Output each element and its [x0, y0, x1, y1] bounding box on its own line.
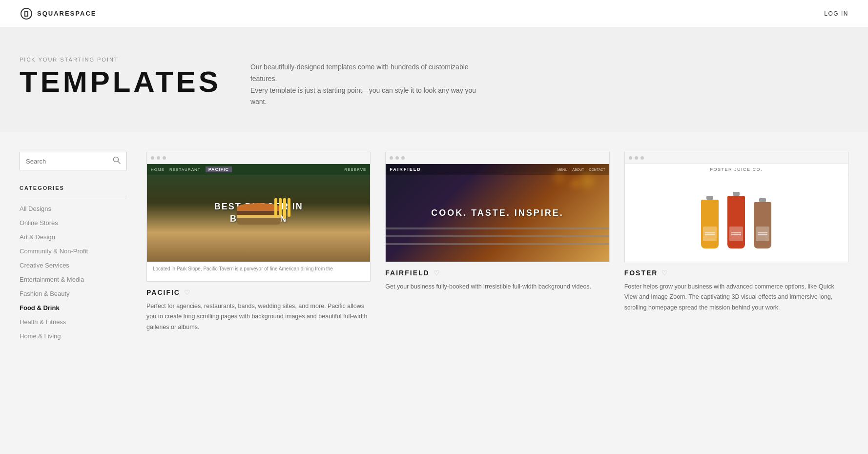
navbar: SQUARESPACE LOG IN	[0, 0, 868, 27]
hero-desc-text: Our beautifully-designed templates come …	[250, 62, 485, 108]
foster-name-row: FOSTER ♡	[624, 269, 848, 277]
pacific-name-row: PACIFIC ♡	[146, 289, 371, 296]
sidebar-item-health-fitness[interactable]: Health & Fitness	[20, 318, 127, 326]
template-preview-pacific[interactable]: HOME RESTAURANT PACIFIC RESERVE BEST BUR…	[146, 152, 371, 282]
bottle-1	[701, 196, 719, 248]
hero-description: Our beautifully-designed templates come …	[250, 57, 485, 108]
sidebar-item-entertainment[interactable]: Entertainment & Media	[20, 276, 127, 283]
template-preview-fairfield[interactable]: FAIRFIELD MENU ABOUT CONTACT	[385, 152, 609, 262]
fairfield-description: Get your business fully-booked with irre…	[385, 282, 609, 292]
sidebar-item-food-drink[interactable]: Food & Drink	[20, 304, 127, 311]
main-content: CATEGORIES All Designs Online Stores Art…	[0, 132, 868, 359]
hero-subtitle: PICK YOUR STARTING POINT	[20, 57, 221, 62]
categories-label: CATEGORIES	[20, 185, 127, 196]
preview-dot	[641, 156, 644, 160]
preview-dot	[395, 156, 399, 160]
preview-bar-pacific	[147, 152, 370, 164]
login-link[interactable]: LOG IN	[824, 10, 848, 17]
sidebar-item-online-stores[interactable]: Online Stores	[20, 219, 127, 227]
preview-bar-foster	[625, 152, 848, 164]
foster-description: Foster helps grow your business with adv…	[624, 282, 848, 313]
logo[interactable]: SQUARESPACE	[20, 7, 96, 21]
foster-image-area: FOSTER JUICE CO.	[625, 164, 848, 262]
pacific-preview-bottom: Located in Park Slope, Pacific Tavern is…	[147, 262, 370, 281]
preview-dot	[401, 156, 405, 160]
fairfield-name: FAIRFIELD	[385, 269, 429, 277]
pacific-heart-icon[interactable]: ♡	[184, 289, 190, 296]
foster-header-text: FOSTER JUICE CO.	[625, 164, 848, 175]
squarespace-logo-icon	[20, 7, 33, 21]
template-card-fairfield: FAIRFIELD MENU ABOUT CONTACT	[385, 152, 609, 292]
template-card-pacific: HOME RESTAURANT PACIFIC RESERVE BEST BUR…	[146, 152, 371, 332]
preview-dot	[157, 156, 160, 160]
category-list: All Designs Online Stores Art & Design C…	[20, 205, 127, 340]
preview-dot	[635, 156, 638, 160]
bottle-3	[754, 198, 771, 248]
search-input[interactable]	[26, 158, 113, 165]
preview-bar-fairfield	[386, 152, 609, 164]
logo-text: SQUARESPACE	[37, 10, 96, 17]
fairfield-image-area: FAIRFIELD MENU ABOUT CONTACT	[386, 164, 609, 262]
foster-heart-icon[interactable]: ♡	[661, 269, 668, 277]
fairfield-name-row: FAIRFIELD ♡	[385, 269, 609, 277]
preview-dot	[629, 156, 632, 160]
search-box[interactable]	[20, 152, 127, 170]
template-card-foster: FOSTER JUICE CO.	[624, 152, 848, 313]
fairfield-heart-icon[interactable]: ♡	[434, 269, 440, 277]
hero-title: TEMPLATES	[20, 67, 221, 97]
pacific-bg: HOME RESTAURANT PACIFIC RESERVE BEST BUR…	[147, 164, 370, 262]
pacific-image-area: HOME RESTAURANT PACIFIC RESERVE BEST BUR…	[147, 164, 370, 262]
template-preview-foster[interactable]: FOSTER JUICE CO.	[624, 152, 848, 262]
search-icon[interactable]	[113, 156, 121, 166]
sidebar: CATEGORIES All Designs Online Stores Art…	[20, 152, 127, 340]
sidebar-item-fashion[interactable]: Fashion & Beauty	[20, 290, 127, 297]
hero-left: PICK YOUR STARTING POINT TEMPLATES	[20, 57, 221, 97]
sidebar-item-home-living[interactable]: Home & Living	[20, 332, 127, 340]
svg-line-1	[118, 162, 121, 164]
template-grid: HOME RESTAURANT PACIFIC RESERVE BEST BUR…	[146, 152, 848, 340]
preview-dot	[151, 156, 154, 160]
hero-section: PICK YOUR STARTING POINT TEMPLATES Our b…	[0, 27, 868, 132]
sidebar-item-creative-services[interactable]: Creative Services	[20, 262, 127, 269]
pacific-description: Perfect for agencies, restaurants, bands…	[146, 301, 371, 332]
fairfield-overlay-text: COOK. TASTE. INSPIRE.	[431, 208, 564, 218]
sidebar-item-all-designs[interactable]: All Designs	[20, 205, 127, 212]
bottle-2	[727, 192, 745, 248]
sidebar-item-art-design[interactable]: Art & Design	[20, 233, 127, 241]
preview-dot	[390, 156, 393, 160]
sidebar-item-community[interactable]: Community & Non-Profit	[20, 248, 127, 255]
fairfield-bg: FAIRFIELD MENU ABOUT CONTACT	[386, 164, 609, 262]
pacific-name: PACIFIC	[146, 289, 180, 296]
preview-dot	[163, 156, 166, 160]
foster-name: FOSTER	[624, 269, 658, 277]
foster-bottles	[701, 177, 771, 248]
